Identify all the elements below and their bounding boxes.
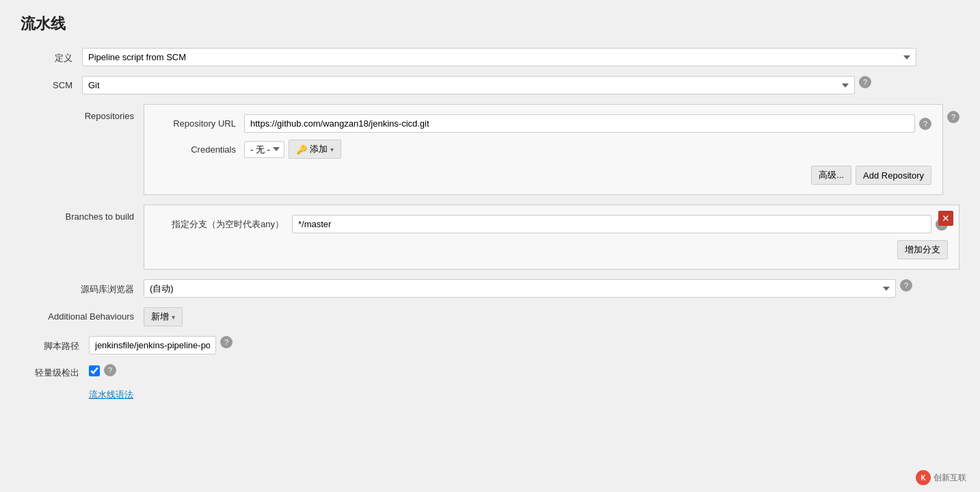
delete-branch-button[interactable]: ✕ (938, 211, 953, 226)
lightweight-checkout-checkbox[interactable] (89, 365, 100, 376)
source-browser-row: 源码库浏览器 (自动) ? (21, 279, 959, 298)
add-branch-row: 增加分支 (155, 240, 948, 259)
script-path-input[interactable] (89, 336, 216, 354)
repositories-help-icon[interactable]: ? (947, 111, 959, 123)
branches-row: Branches to build ✕ 指定分支（为空时代表any） ? 增加分… (21, 205, 959, 270)
scm-row: SCM Git ? (21, 76, 959, 94)
branch-field-label: 指定分支（为空时代表any） (155, 218, 292, 231)
scm-help-icon[interactable]: ? (859, 76, 871, 88)
xinjian-label: 新增 (151, 311, 169, 323)
credentials-add-button[interactable]: 🔑 添加 ▾ (289, 140, 341, 159)
xinjian-arrow: ▾ (172, 313, 175, 321)
additional-behaviours-label: Additional Behaviours (21, 307, 144, 322)
scm-label: SCM (21, 76, 82, 90)
repo-actions: 高级... Add Repository (155, 166, 931, 185)
pipeline-syntax-link[interactable]: 流水线语法 (89, 389, 133, 401)
repo-url-label: Repository URL (155, 118, 244, 129)
lightweight-help-icon[interactable]: ? (104, 364, 116, 376)
repo-url-help-icon[interactable]: ? (919, 118, 931, 130)
script-path-label: 脚本路径 (21, 336, 89, 352)
add-repository-button[interactable]: Add Repository (856, 166, 931, 185)
branch-input[interactable] (292, 215, 931, 233)
watermark: K 创新互联 (916, 470, 966, 485)
add-dropdown-arrow: ▾ (330, 146, 334, 153)
pipeline-syntax-row: 流水线语法 (21, 389, 959, 401)
branches-label: Branches to build (21, 205, 144, 222)
script-path-row: 脚本路径 ? (21, 336, 959, 354)
credentials-row: Credentials - 无 - 🔑 添加 ▾ (155, 140, 931, 159)
definition-select[interactable]: Pipeline script from SCM (82, 48, 916, 66)
repositories-row: Repositories Repository URL ? Credential… (21, 104, 959, 195)
watermark-text: 创新互联 (933, 472, 966, 484)
definition-row: 定义 Pipeline script from SCM (21, 48, 959, 66)
additional-behaviours-row: Additional Behaviours 新增 ▾ (21, 307, 959, 326)
repo-url-row: Repository URL ? (155, 114, 931, 133)
page-container: 流水线 定义 Pipeline script from SCM SCM Git … (0, 0, 980, 424)
watermark-logo: K (916, 470, 931, 485)
scm-select[interactable]: Git (82, 76, 855, 94)
source-browser-help-icon[interactable]: ? (900, 279, 912, 292)
additional-behaviours-add-button[interactable]: 新增 ▾ (144, 307, 183, 326)
lightweight-checkout-label: 轻量级检出 (21, 364, 89, 379)
credentials-select[interactable]: - 无 - (244, 141, 284, 158)
definition-content: Pipeline script from SCM (82, 48, 959, 66)
script-path-help-icon[interactable]: ? (220, 336, 233, 348)
page-title: 流水线 (21, 14, 959, 34)
definition-label: 定义 (21, 48, 82, 64)
advanced-button[interactable]: 高级... (811, 166, 851, 185)
pipeline-syntax-spacer (21, 389, 89, 393)
add-branch-button[interactable]: 增加分支 (897, 240, 948, 259)
repo-url-input[interactable] (244, 114, 915, 133)
key-icon: 🔑 (296, 144, 307, 155)
repositories-box: Repository URL ? Credentials - 无 - 🔑 添加 (144, 104, 943, 195)
lightweight-checkout-row: 轻量级检出 ? (21, 364, 959, 379)
source-browser-label: 源码库浏览器 (21, 279, 144, 296)
branches-box: ✕ 指定分支（为空时代表any） ? 增加分支 (144, 205, 959, 270)
source-browser-select[interactable]: (自动) (144, 279, 896, 298)
repositories-label: Repositories (21, 104, 144, 121)
branch-field-row: 指定分支（为空时代表any） ? (155, 215, 948, 233)
credentials-label: Credentials (155, 144, 244, 155)
add-label: 添加 (310, 143, 328, 155)
